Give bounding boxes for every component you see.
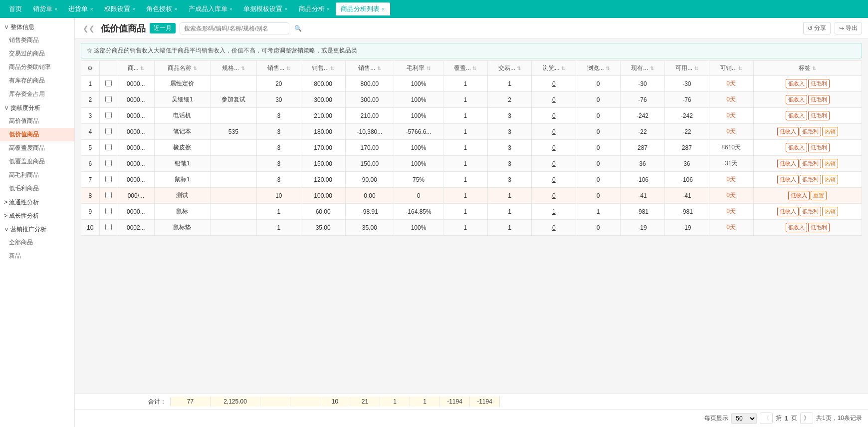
sidebar-item-库存资金占用[interactable]: 库存资金占用 <box>0 87 74 101</box>
nav-close-icon[interactable]: × <box>382 6 385 12</box>
browse-link[interactable]: 0 <box>552 160 556 167</box>
sort-icon[interactable]: ⇅ <box>561 65 565 71</box>
nav-close-icon[interactable]: × <box>327 6 330 12</box>
sort-icon[interactable]: ⇅ <box>241 65 245 71</box>
col-header-stock2[interactable]: 可用... ⇅ <box>664 61 709 76</box>
col-header-margin[interactable]: 毛利率 ⇅ <box>394 61 443 76</box>
row-checkbox[interactable] <box>99 108 117 124</box>
row-checkbox-input[interactable] <box>105 192 112 198</box>
row-checkbox-input[interactable] <box>105 128 112 134</box>
row-checkbox-input[interactable] <box>105 96 112 102</box>
sort-icon[interactable]: ⇅ <box>286 65 290 71</box>
search-input[interactable] <box>180 22 289 34</box>
nav-close-icon[interactable]: × <box>90 6 93 12</box>
nav-item-商品分析列表[interactable]: 商品分析列表 × <box>336 2 390 15</box>
sidebar-item-低毛利商品[interactable]: 低毛利商品 <box>0 182 74 195</box>
nav-item-单据模板设置[interactable]: 单据模板设置 × <box>238 2 292 15</box>
per-page-select[interactable]: 50 100 <box>731 413 757 424</box>
nav-item-销货单[interactable]: 销货单 × <box>28 2 62 15</box>
sidebar-group-∨ 整体信息[interactable]: ∨ 整体信息 <box>0 20 74 33</box>
row-checkbox-input[interactable] <box>105 208 112 214</box>
col-header-saleAmt[interactable]: 销售... ⇅ <box>301 61 345 76</box>
row-browse1[interactable]: 0 <box>532 172 576 188</box>
row-checkbox-input[interactable] <box>105 80 112 86</box>
sidebar-item-全部商品[interactable]: 全部商品 <box>0 236 74 249</box>
nav-close-icon[interactable]: × <box>132 6 135 12</box>
sidebar-group-> 成长性分析[interactable]: > 成长性分析 <box>0 209 74 222</box>
browse-link[interactable]: 0 <box>552 144 556 151</box>
browse-link[interactable]: 0 <box>552 80 556 87</box>
export-btn[interactable]: ↪ 导出 <box>835 22 862 34</box>
sidebar-item-高毛利商品[interactable]: 高毛利商品 <box>0 168 74 182</box>
col-header-saleAmt2[interactable]: 销售... ⇅ <box>345 61 394 76</box>
row-browse1[interactable]: 0 <box>532 188 576 204</box>
sort-icon[interactable]: ⇅ <box>650 65 654 71</box>
browse-link[interactable]: 0 <box>552 112 556 119</box>
row-browse1[interactable]: 0 <box>532 156 576 172</box>
prev-first-btn[interactable]: 《 <box>760 413 773 424</box>
nav-item-产成品入库单[interactable]: 产成品入库单 × <box>184 2 237 15</box>
row-checkbox[interactable] <box>99 188 117 204</box>
col-header-code[interactable]: 商... ⇅ <box>117 61 155 76</box>
next-last-btn[interactable]: 》 <box>800 413 813 424</box>
col-header-saleQty[interactable]: 销售... ⇅ <box>256 61 301 76</box>
sort-icon[interactable]: ⇅ <box>193 65 197 71</box>
col-header-browse2[interactable]: 浏览... ⇅ <box>576 61 621 76</box>
col-header-name[interactable]: 商品名称 ⇅ <box>155 61 211 76</box>
row-checkbox-input[interactable] <box>105 144 112 150</box>
col-header-tags[interactable]: 标签 ⇅ <box>753 61 862 76</box>
nav-item-进货单[interactable]: 进货单 × <box>63 2 98 15</box>
sort-icon[interactable]: ⇅ <box>606 65 610 71</box>
row-browse1[interactable]: 0 <box>532 76 576 92</box>
row-checkbox[interactable] <box>99 76 117 92</box>
sidebar-item-交易过的商品[interactable]: 交易过的商品 <box>0 47 74 60</box>
nav-close-icon[interactable]: × <box>284 6 287 12</box>
nav-item-商品分析[interactable]: 商品分析 × <box>294 2 335 15</box>
sort-icon[interactable]: ⇅ <box>738 65 742 71</box>
row-browse1[interactable]: 0 <box>532 140 576 156</box>
browse-link[interactable]: 0 <box>552 192 556 199</box>
sort-icon[interactable]: ⇅ <box>140 65 144 71</box>
browse-link[interactable]: 0 <box>552 176 556 183</box>
row-checkbox[interactable] <box>99 156 117 172</box>
sidebar-item-高价值商品[interactable]: 高价值商品 <box>0 114 74 128</box>
row-checkbox[interactable] <box>99 124 117 140</box>
row-browse1[interactable]: 0 <box>532 124 576 140</box>
row-browse1[interactable]: 0 <box>532 92 576 108</box>
sort-icon[interactable]: ⇅ <box>427 65 431 71</box>
row-checkbox-input[interactable] <box>105 112 112 118</box>
col-header-trade[interactable]: 交易... ⇅ <box>487 61 532 76</box>
search-icon[interactable]: 🔍 <box>294 25 302 32</box>
col-header-stock1[interactable]: 现有... ⇅ <box>621 61 665 76</box>
row-checkbox[interactable] <box>99 140 117 156</box>
sort-icon[interactable]: ⇅ <box>472 65 476 71</box>
row-checkbox[interactable] <box>99 92 117 108</box>
nav-item-角色授权[interactable]: 角色授权 × <box>141 2 182 15</box>
sidebar-collapse-btn[interactable]: ❮❮ <box>81 23 97 33</box>
row-checkbox[interactable] <box>99 204 117 220</box>
row-checkbox-input[interactable] <box>105 160 112 166</box>
sort-icon[interactable]: ⇅ <box>517 65 521 71</box>
sort-icon[interactable]: ⇅ <box>330 65 334 71</box>
sidebar-item-高覆盖度商品[interactable]: 高覆盖度商品 <box>0 141 74 155</box>
row-browse1[interactable]: 0 <box>532 108 576 124</box>
col-header-coverage[interactable]: 覆盖... ⇅ <box>443 61 487 76</box>
col-header-spec[interactable]: 规格... ⇅ <box>210 61 256 76</box>
row-browse1[interactable]: 0 <box>532 220 576 236</box>
col-header-browse1[interactable]: 浏览... ⇅ <box>532 61 576 76</box>
sort-icon[interactable]: ⇅ <box>377 65 381 71</box>
sidebar-item-有库存的商品[interactable]: 有库存的商品 <box>0 74 74 87</box>
sidebar-item-商品分类助销率[interactable]: 商品分类助销率 <box>0 60 74 74</box>
sidebar-item-低价值商品[interactable]: 低价值商品 <box>0 128 74 141</box>
sort-icon[interactable]: ⇅ <box>812 65 816 71</box>
nav-close-icon[interactable]: × <box>54 6 57 12</box>
row-checkbox[interactable] <box>99 220 117 236</box>
browse-link[interactable]: 0 <box>552 224 556 231</box>
row-checkbox[interactable] <box>99 172 117 188</box>
share-btn[interactable]: ↺ 分享 <box>803 22 831 34</box>
sidebar-group-∨ 营销推广分析[interactable]: ∨ 营销推广分析 <box>0 222 74 236</box>
browse-link[interactable]: 0 <box>552 128 556 135</box>
sidebar-group-> 流通性分析[interactable]: > 流通性分析 <box>0 195 74 209</box>
row-checkbox-input[interactable] <box>105 224 112 230</box>
sidebar-item-低覆盖度商品[interactable]: 低覆盖度商品 <box>0 155 74 168</box>
